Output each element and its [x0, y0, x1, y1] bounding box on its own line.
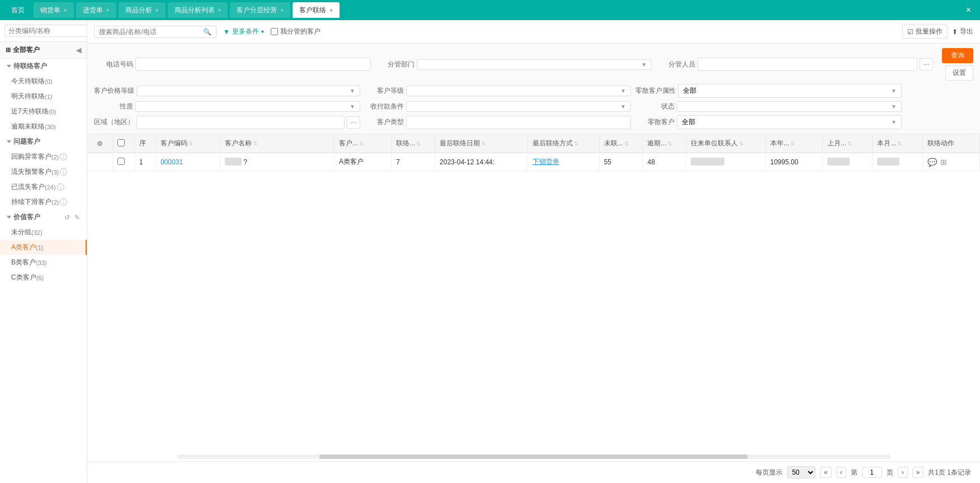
col-settings[interactable]: ⚙: [87, 134, 113, 153]
row-checkbox[interactable]: [113, 153, 134, 171]
refresh-value-btn[interactable]: ↺: [63, 214, 71, 221]
filter-phone-input[interactable]: [135, 58, 371, 71]
settings-button[interactable]: 设置: [945, 65, 973, 80]
sidebar-item-tomorrow[interactable]: 明天待联络(1): [0, 89, 87, 104]
filter-retail-attr-select[interactable]: 全部 ▼: [678, 84, 902, 98]
info-icon-abnormal[interactable]: i: [60, 153, 67, 160]
filter-payment-select[interactable]: ▼: [406, 101, 631, 112]
close-customer-contact-tab[interactable]: ×: [329, 7, 333, 13]
page-number-input[interactable]: [862, 467, 882, 478]
retail-caret: ▼: [891, 119, 897, 125]
last-page-button[interactable]: »: [912, 467, 924, 478]
filter-retail-select[interactable]: 全部 ▼: [677, 115, 902, 129]
col-uncontacted-header[interactable]: 未联...⇅: [599, 134, 643, 153]
h-scrollbar-thumb[interactable]: [319, 454, 748, 459]
main-search-input[interactable]: [99, 28, 200, 36]
comment-action-icon[interactable]: 💬: [927, 158, 937, 167]
tab-purchase[interactable]: 进货单 ×: [76, 2, 116, 18]
col-checkbox-header[interactable]: [113, 134, 134, 153]
col-customer-type-header[interactable]: 客户...⇅: [334, 134, 392, 153]
sidebar-group-pending[interactable]: 待联络客户: [0, 59, 87, 74]
sidebar-item-unclassified[interactable]: 未分组(32): [0, 225, 87, 240]
info-icon-churn[interactable]: i: [60, 168, 67, 176]
page-size-select[interactable]: 50 100 200: [787, 466, 816, 479]
filter-dept-label: 分管部门: [375, 60, 414, 69]
filter-region-input[interactable]: [136, 116, 345, 129]
info-icon-declining[interactable]: i: [60, 198, 67, 206]
filter-customer-grade-select[interactable]: ▼: [406, 86, 631, 96]
close-product-analysis-list-tab[interactable]: ×: [218, 7, 222, 13]
sidebar-item-churn-warning[interactable]: 流失预警客户(3) i: [0, 164, 87, 179]
sidebar-group-value[interactable]: 价值客户 ↺ ✎: [0, 210, 87, 225]
sidebar-group-problem[interactable]: 问题客户: [0, 134, 87, 149]
tab-customer-contact[interactable]: 客户联络 ×: [293, 2, 340, 18]
col-this-year-header[interactable]: 本年...⇅: [766, 134, 823, 153]
sidebar-item-class-a[interactable]: A类客户(1): [0, 240, 87, 255]
retail-attr-caret: ▼: [891, 88, 897, 94]
sidebar-item-7days[interactable]: 近7天待联络(0): [0, 104, 87, 119]
qr-action-icon[interactable]: ⊞: [940, 158, 947, 167]
tab-product-analysis[interactable]: 商品分析 ×: [119, 2, 166, 18]
last-method-link[interactable]: 下销货单: [533, 158, 559, 165]
sidebar-all-customers[interactable]: ⊞ 全部客户 ◀: [0, 42, 87, 59]
filter-region-dots[interactable]: ···: [347, 116, 360, 129]
filter-customer-type-label: 客户类型: [365, 117, 404, 127]
batch-op-button[interactable]: ☑ 批量操作: [902, 25, 948, 39]
sidebar-collapse-icon[interactable]: ◀: [76, 46, 81, 54]
close-product-analysis-tab[interactable]: ×: [156, 7, 159, 13]
sidebar-item-lost[interactable]: 已流失客户(24) i: [0, 179, 87, 195]
row-last-date: 2023-04-12 14:44:: [435, 153, 528, 171]
row-select-checkbox[interactable]: [117, 158, 125, 165]
col-last-month-header[interactable]: 上月...⇅: [823, 134, 873, 153]
filter-manager-dots[interactable]: ···: [920, 58, 933, 70]
sidebar-item-today[interactable]: 今天待联络(0): [0, 74, 87, 89]
sidebar-item-class-c[interactable]: C类客户(6): [0, 270, 87, 285]
sidebar-search-area: 🔍: [0, 20, 87, 42]
prev-page-button[interactable]: ‹: [836, 467, 846, 478]
sort-icon-type: ⇅: [359, 140, 364, 146]
col-this-month-header[interactable]: 本月...⇅: [873, 134, 922, 153]
sidebar-item-abnormal[interactable]: 回购异常客户(2) i: [0, 149, 87, 164]
row-code[interactable]: 000031: [156, 153, 220, 171]
select-all-checkbox[interactable]: [117, 139, 125, 146]
col-code-header[interactable]: 客户编码⇅: [156, 134, 220, 153]
sidebar-item-declining[interactable]: 持续下滑客户(2) i: [0, 195, 87, 210]
sidebar-item-class-b[interactable]: B类客户(33): [0, 255, 87, 270]
col-name-header[interactable]: 客户名称⇅: [220, 134, 334, 153]
next-page-button[interactable]: ›: [898, 467, 908, 478]
filter-customer-type-input[interactable]: [406, 116, 631, 129]
close-purchase-tab[interactable]: ×: [106, 7, 110, 13]
more-filter-button[interactable]: ▼ 更多条件 ▾: [223, 27, 264, 36]
page-label: 第: [851, 468, 858, 477]
search-icon[interactable]: 🔍: [203, 28, 211, 36]
col-contacts-header[interactable]: 往来单位联系人⇅: [686, 134, 766, 153]
filter-manager-input[interactable]: [698, 58, 917, 71]
col-contact-count-header[interactable]: 联络...⇅: [392, 134, 435, 153]
my-customers-checkbox-area[interactable]: 我分管的客户: [271, 27, 321, 36]
sidebar: 🔍 ⊞ 全部客户 ◀ 待联络客户 今天待联络(0) 明天待联络(1) 近7天待联…: [0, 20, 87, 483]
row-last-method[interactable]: 下销货单: [527, 153, 599, 171]
tab-sales[interactable]: 销货单 ×: [34, 2, 74, 18]
export-button[interactable]: ⬆ 导出: [952, 27, 973, 36]
col-last-date-header[interactable]: 最后联络日期⇅: [435, 134, 528, 153]
tab-home[interactable]: 首页: [4, 2, 31, 18]
query-button[interactable]: 查询: [942, 48, 973, 63]
col-overdue-header[interactable]: 逾期...⇅: [643, 134, 686, 153]
sidebar-item-overdue[interactable]: 逾期未联络(30): [0, 119, 87, 134]
filter-price-grade-select[interactable]: ▼: [136, 86, 360, 96]
close-sales-tab[interactable]: ×: [64, 7, 67, 13]
first-page-button[interactable]: «: [820, 467, 832, 478]
h-scrollbar-track[interactable]: [177, 454, 891, 459]
tab-customer-tier[interactable]: 客户分层经营 ×: [230, 2, 290, 18]
tab-product-analysis-list[interactable]: 商品分析列表 ×: [168, 2, 228, 18]
info-icon-lost[interactable]: i: [57, 183, 64, 191]
edit-value-btn[interactable]: ✎: [73, 214, 81, 221]
sidebar-search-input[interactable]: [4, 25, 87, 37]
col-last-method-header[interactable]: 最后联络方式⇅: [527, 134, 599, 153]
filter-nature-select[interactable]: ▼: [135, 101, 360, 112]
filter-dept-select[interactable]: ▼: [417, 59, 652, 70]
close-customer-tier-tab[interactable]: ×: [280, 7, 284, 13]
my-customers-checkbox[interactable]: [271, 28, 278, 35]
close-all-button[interactable]: ×: [962, 5, 976, 15]
filter-status-select[interactable]: ▼: [677, 101, 902, 112]
